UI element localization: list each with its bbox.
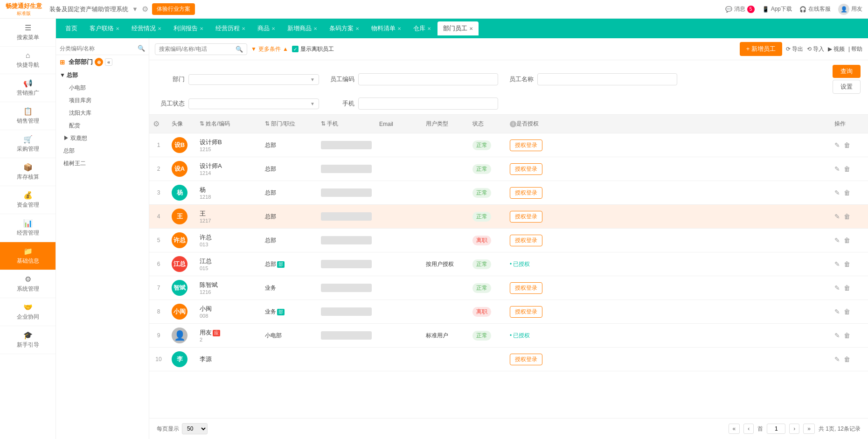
sidebar-item-guide[interactable]: 🎓 新手引导	[0, 326, 56, 354]
auth-login-button[interactable]: 授权登录	[510, 139, 542, 151]
tab-history[interactable]: 经营历程✕	[210, 21, 251, 35]
message-button[interactable]: 💬 消息 5	[725, 5, 755, 13]
delete-button[interactable]: 🗑	[844, 355, 850, 363]
tab-profit[interactable]: 利润报告✕	[168, 21, 209, 35]
close-icon[interactable]: ✕	[200, 26, 203, 31]
search-input[interactable]	[159, 46, 234, 52]
dept-select[interactable]: ▼	[188, 74, 319, 85]
tab-bom[interactable]: 物料清单✕	[366, 21, 407, 35]
auth-login-button[interactable]: 授权登录	[510, 306, 542, 318]
tree-item-shuangluxiang[interactable]: ▶ 双鹿想	[56, 132, 149, 145]
delete-button[interactable]: 🗑	[844, 237, 850, 244]
delete-button[interactable]: 🗑	[844, 165, 850, 173]
sidebar-item-inventory[interactable]: 📦 库存核算	[0, 158, 56, 186]
tree-item-zongbu[interactable]: 总部	[56, 145, 149, 157]
tree-group-hq[interactable]: ▼ 总部	[56, 69, 149, 82]
dropdown-arrow-icon[interactable]: ▼	[132, 6, 138, 13]
auth-login-button[interactable]: 授权登录	[510, 211, 542, 223]
sidebar-item-sales[interactable]: 📋 销售管理	[0, 102, 56, 130]
emp-code-input[interactable]	[358, 73, 498, 85]
tab-home[interactable]: 首页	[60, 21, 83, 35]
page-number-input[interactable]	[767, 424, 785, 434]
tree-search-icon[interactable]: 🔍	[138, 45, 145, 52]
close-icon[interactable]: ✕	[313, 26, 317, 31]
close-icon[interactable]: ✕	[242, 26, 245, 31]
user-button[interactable]: 👤 用友	[838, 4, 862, 15]
tree-search-input[interactable]	[60, 45, 136, 52]
edit-button[interactable]: ✎	[834, 189, 840, 196]
sidebar-item-operation[interactable]: 📊 经营管理	[0, 214, 56, 242]
close-icon[interactable]: ✕	[116, 26, 119, 31]
close-icon[interactable]: ✕	[271, 26, 275, 31]
next-page-button[interactable]: ›	[789, 424, 799, 434]
edit-button[interactable]: ✎	[834, 332, 840, 339]
export-button[interactable]: ⟳ 导出	[786, 45, 803, 53]
sidebar-item-purchase[interactable]: 🛒 采购管理	[0, 130, 56, 158]
auth-login-button[interactable]: 授权登录	[510, 235, 542, 246]
last-page-button[interactable]: »	[803, 424, 815, 434]
edit-button[interactable]: ✎	[834, 308, 840, 315]
video-button[interactable]: ▶ 视频	[828, 45, 845, 53]
per-page-select[interactable]: 50 100 200	[182, 423, 208, 434]
tree-toggle-button[interactable]: «	[105, 58, 112, 66]
edit-button[interactable]: ✎	[834, 237, 840, 244]
emp-name-input[interactable]	[537, 73, 677, 85]
edit-button[interactable]: ✎	[834, 213, 840, 220]
edit-button[interactable]: ✎	[834, 284, 840, 292]
tab-goods[interactable]: 商品✕	[252, 21, 281, 35]
tree-item-xiaodibu[interactable]: 小电部	[56, 82, 149, 94]
col-settings[interactable]: ⚙	[149, 115, 168, 133]
delete-button[interactable]: 🗑	[844, 141, 850, 149]
more-conditions-button[interactable]: ▼ 更多条件 ▲	[251, 45, 288, 53]
col-name[interactable]: ⇅ 姓名/编码	[196, 115, 261, 133]
sidebar-item-shortcut[interactable]: ⌂ 快捷导航	[0, 47, 56, 74]
tab-add-goods[interactable]: 新增商品✕	[282, 21, 323, 35]
delete-button[interactable]: 🗑	[844, 308, 850, 315]
tree-collapse-button[interactable]: ⊕	[95, 58, 103, 66]
col-phone[interactable]: ⇅ 手机	[317, 115, 375, 133]
auth-login-button[interactable]: 授权登录	[510, 282, 542, 294]
tab-employee[interactable]: 部门员工✕	[437, 21, 479, 35]
add-employee-button[interactable]: + 新增员工	[740, 42, 782, 56]
close-icon[interactable]: ✕	[397, 26, 401, 31]
delete-button[interactable]: 🗑	[844, 260, 850, 268]
close-icon[interactable]: ✕	[427, 26, 431, 31]
app-download-button[interactable]: 📱 App下载	[762, 5, 792, 13]
edit-button[interactable]: ✎	[834, 355, 840, 363]
auth-login-button[interactable]: 授权登录	[510, 354, 542, 365]
phone-input[interactable]	[358, 98, 498, 110]
auth-login-button[interactable]: 授权登录	[510, 163, 542, 175]
trial-button[interactable]: 体验行业方案	[152, 3, 195, 15]
delete-button[interactable]: 🗑	[844, 332, 850, 339]
settings-icon[interactable]: ⚙	[142, 5, 148, 14]
edit-button[interactable]: ✎	[834, 260, 840, 268]
tab-customer[interactable]: 客户联络✕	[84, 21, 125, 35]
tree-item-zhishu[interactable]: 植树王二	[56, 157, 149, 170]
sidebar-item-marketing[interactable]: 📢 营销推广	[0, 74, 56, 102]
online-service-button[interactable]: 🎧 在线客服	[799, 5, 831, 13]
settings-icon[interactable]: ⚙	[153, 120, 160, 128]
delete-button[interactable]: 🗑	[844, 213, 850, 220]
tree-item-peihuo[interactable]: 配货	[56, 119, 149, 132]
tree-item-project[interactable]: 项目库房	[56, 94, 149, 107]
sidebar-item-collab[interactable]: 🤝 企业协同	[0, 298, 56, 326]
delete-button[interactable]: 🗑	[844, 189, 850, 196]
import-button[interactable]: ⟲ 导入	[807, 45, 824, 53]
search-button[interactable]: 查询	[833, 65, 861, 78]
first-page-button[interactable]: «	[729, 424, 740, 434]
show-resigned-toggle[interactable]: ✓ 显示离职员工	[292, 45, 334, 53]
status-select[interactable]: ▼	[188, 98, 319, 109]
tab-barcode[interactable]: 条码方案✕	[324, 21, 365, 35]
close-icon[interactable]: ✕	[355, 26, 359, 31]
sidebar-item-finance[interactable]: 💰 资金管理	[0, 186, 56, 214]
tab-warehouse[interactable]: 仓库✕	[408, 21, 437, 35]
help-button[interactable]: | 帮助	[848, 45, 862, 53]
sidebar-item-basic[interactable]: 📁 基础信息	[0, 242, 56, 270]
set-button[interactable]: 设置	[833, 80, 861, 94]
close-icon[interactable]: ✕	[469, 26, 473, 31]
prev-page-button[interactable]: ‹	[743, 424, 754, 434]
delete-button[interactable]: 🗑	[844, 284, 850, 292]
col-dept[interactable]: ⇅ 部门/职位	[261, 115, 317, 133]
sidebar-item-search[interactable]: ☰ 搜索菜单	[0, 19, 56, 47]
edit-button[interactable]: ✎	[834, 141, 840, 149]
